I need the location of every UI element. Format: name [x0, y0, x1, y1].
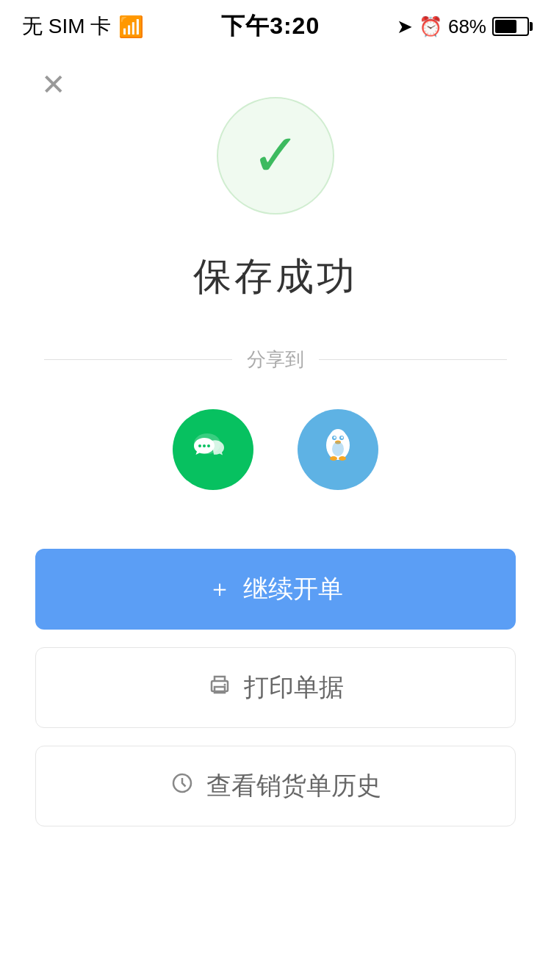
print-label: 打印单据: [244, 671, 344, 705]
qq-share-button[interactable]: [298, 409, 378, 490]
battery-percent: 68%: [448, 15, 486, 38]
share-label: 分享到: [232, 347, 319, 372]
qq-icon: [316, 423, 360, 476]
svg-point-1: [198, 444, 201, 447]
svg-point-9: [341, 436, 343, 439]
action-buttons: ＋ 继续开单 打印单据 查看销货单历史: [0, 549, 551, 826]
alarm-icon: ⏰: [419, 15, 442, 38]
divider-left: [44, 359, 232, 360]
close-icon: ✕: [41, 70, 66, 99]
battery-fill: [495, 20, 516, 33]
wifi-icon: 📶: [118, 15, 144, 39]
status-left: 无 SIM 卡 📶: [22, 12, 144, 40]
history-icon: [170, 771, 195, 801]
plus-icon: ＋: [208, 573, 231, 605]
history-button[interactable]: 查看销货单历史: [35, 746, 516, 826]
status-time: 下午3:20: [221, 10, 320, 43]
svg-point-13: [332, 442, 344, 456]
divider-right: [319, 359, 507, 360]
main-content: ✓ 保存成功 分享到: [0, 53, 551, 826]
battery-indicator: [492, 17, 529, 36]
success-circle: ✓: [217, 97, 334, 215]
svg-point-11: [330, 456, 337, 461]
location-icon: ➤: [397, 15, 413, 38]
continue-label: 继续开单: [243, 572, 343, 606]
checkmark-icon: ✓: [251, 126, 300, 185]
print-icon: [207, 672, 232, 703]
status-bar: 无 SIM 卡 📶 下午3:20 ➤ ⏰ 68%: [0, 0, 551, 53]
history-label: 查看销货单历史: [206, 769, 381, 803]
share-section: 分享到: [0, 347, 551, 372]
svg-point-8: [334, 436, 336, 439]
wechat-share-button[interactable]: [173, 409, 253, 490]
carrier-text: 无 SIM 卡: [22, 12, 111, 40]
svg-point-12: [339, 456, 346, 461]
close-button[interactable]: ✕: [35, 66, 72, 103]
success-title: 保存成功: [193, 251, 358, 303]
share-icons-group: [173, 409, 378, 490]
svg-point-16: [224, 684, 226, 686]
svg-point-2: [203, 444, 206, 447]
continue-button[interactable]: ＋ 继续开单: [35, 549, 516, 630]
print-button[interactable]: 打印单据: [35, 647, 516, 728]
status-right: ➤ ⏰ 68%: [397, 15, 529, 38]
svg-point-3: [207, 444, 210, 447]
svg-rect-15: [215, 687, 225, 693]
wechat-icon: [191, 423, 235, 476]
